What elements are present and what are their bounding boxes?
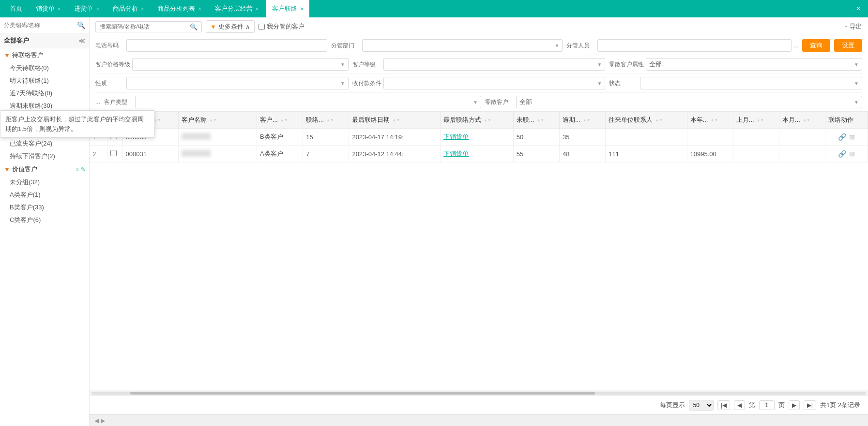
status-select[interactable]: ▼	[640, 77, 862, 89]
horizontal-scrollbar[interactable]	[90, 390, 868, 396]
sort-name-icon[interactable]: ▲▼	[209, 118, 217, 122]
sidebar-collapse-icon[interactable]: ≪	[78, 37, 85, 44]
nav-analysis-close[interactable]: ×	[141, 6, 144, 12]
sort-thismonth-icon[interactable]: ▲▼	[803, 118, 810, 122]
settings-button[interactable]: 设置	[834, 39, 862, 52]
nav-analysis-list-close[interactable]: ×	[198, 6, 201, 12]
sidebar-item-today[interactable]: 今天待联络(0)	[0, 62, 89, 74]
status-label: 状态	[609, 79, 638, 88]
person-more-icon[interactable]: ...	[793, 42, 798, 49]
row2-link-icon[interactable]: 🔗	[838, 150, 846, 158]
sort-contact-icon[interactable]: ▲▼	[326, 118, 334, 122]
nav-sales[interactable]: 销货单×	[30, 0, 66, 17]
sidebar-item-c-class[interactable]: C类客户(6)	[0, 214, 89, 226]
last-page-button[interactable]: ▶|	[804, 400, 816, 410]
th-customer-type[interactable]: 客户... ▲▼	[257, 112, 303, 129]
nav-purchase[interactable]: 进货单×	[68, 0, 105, 17]
nav-purchase-close[interactable]: ×	[96, 6, 99, 12]
bottom-bar-left-arrow[interactable]: ◀	[94, 417, 99, 424]
sidebar-pending-group[interactable]: ▼ 待联络客户	[0, 48, 89, 62]
my-customers-checkbox[interactable]	[259, 24, 265, 30]
th-contact-count[interactable]: 联络... ▲▼	[303, 112, 349, 129]
th-last-month[interactable]: 上月... ▲▼	[733, 112, 779, 129]
last-method-link-2[interactable]: 下销货单	[443, 150, 469, 157]
sort-year-icon[interactable]: ▲▼	[710, 118, 718, 122]
payment-select[interactable]: ▼	[383, 77, 606, 89]
page-input[interactable]	[759, 400, 775, 410]
nav-sales-close[interactable]: ×	[58, 6, 61, 12]
sidebar-value-label: 价值客户	[12, 165, 37, 174]
sidebar-item-tomorrow[interactable]: 明天待联络(1)	[0, 74, 89, 87]
per-page-select[interactable]: 50 20 100	[689, 400, 714, 411]
dept-select[interactable]: ▼	[362, 39, 563, 52]
sidebar-search-icon[interactable]: 🔍	[77, 21, 85, 29]
filter-more-dots[interactable]: ...	[95, 99, 100, 105]
th-contacts[interactable]: 往来单位联系人 ▲▼	[606, 112, 687, 129]
last-method-link-1[interactable]: 下销货单	[443, 133, 469, 140]
sort-date-icon[interactable]: ▲▼	[392, 118, 400, 122]
th-this-year[interactable]: 本年... ▲▼	[687, 112, 733, 129]
gender-select[interactable]: ▼	[126, 77, 349, 89]
customer-level-select[interactable]: ▼	[383, 58, 606, 71]
sort-contacts-icon[interactable]: ▲▼	[655, 118, 663, 122]
nav-customer-segmentation[interactable]: 客户分层经营×	[209, 0, 264, 17]
nav-analysis-list[interactable]: 商品分析列表×	[152, 0, 207, 17]
sidebar-refresh-icon[interactable]: ○	[76, 166, 79, 173]
table-row: 2 000031 A类客户 7 2023-04-12 14:44: 下销货单 5…	[90, 146, 868, 162]
first-page-button[interactable]: |◀	[717, 400, 730, 410]
customer-level-arrow: ▼	[597, 62, 602, 67]
scroll-track[interactable]	[91, 392, 866, 395]
sidebar-edit-icon[interactable]: ✎	[81, 166, 85, 173]
sort-method-icon[interactable]: ▲▼	[484, 118, 491, 122]
nav-segmentation-close[interactable]: ×	[256, 6, 259, 12]
th-this-month[interactable]: 本月... ▲▼	[779, 112, 825, 129]
sidebar-item-7days[interactable]: 近7天待联络(0)	[0, 87, 89, 100]
query-button[interactable]: 查询	[802, 39, 830, 52]
row2-qr-icon[interactable]: ⊞	[849, 150, 855, 158]
export-button[interactable]: ↑ 导出	[845, 22, 863, 31]
th-last-contact-date[interactable]: 最后联络日期 ▲▼	[349, 112, 441, 129]
sidebar-item-declining[interactable]: 持续下滑客户(2)	[0, 150, 89, 162]
sidebar-pending-label: 待联络客户	[12, 51, 44, 59]
price-level-select[interactable]: ▼	[132, 58, 349, 71]
nav-home[interactable]: 首页	[4, 0, 28, 17]
scroll-thumb[interactable]	[130, 392, 595, 395]
sidebar-search-input[interactable]	[4, 22, 77, 29]
row1-qr-icon[interactable]: ⊞	[849, 133, 855, 141]
sidebar-item-lost[interactable]: 已流失客户(24)	[0, 137, 89, 150]
person-input[interactable]	[597, 39, 792, 52]
retail-select[interactable]: 全部 ▼	[516, 96, 862, 108]
sort-nocontact-icon[interactable]: ▲▼	[537, 118, 545, 122]
bottom-bar-right-arrow[interactable]: ▶	[101, 417, 105, 424]
sort-lastmonth-icon[interactable]: ▲▼	[757, 118, 764, 122]
sidebar-item-ungroup[interactable]: 未分组(32)	[0, 176, 89, 189]
prev-page-button[interactable]: ◀	[734, 400, 745, 410]
search-icon[interactable]: 🔍	[190, 23, 198, 30]
td-contacts-1	[606, 129, 687, 146]
table-row: 1 000039 B类客户 15 2023-04-17 14:19: 下销货单 …	[90, 129, 868, 146]
th-overdue[interactable]: 逾期... ▲▼	[560, 112, 606, 129]
next-page-button[interactable]: ▶	[789, 400, 800, 410]
more-conditions-button[interactable]: ▼ 更多条件 ∧	[206, 20, 255, 33]
sort-overdue-icon[interactable]: ▲▼	[583, 118, 591, 122]
nav-customer-contact[interactable]: 客户联络×	[266, 0, 309, 17]
search-input[interactable]	[100, 23, 190, 30]
row2-checkbox[interactable]	[110, 150, 117, 156]
nav-contact-close[interactable]: ×	[300, 6, 303, 12]
toolbar: 🔍 ▼ 更多条件 ∧ 我分管的客户 ↑ 导出	[90, 17, 868, 36]
sidebar-item-b-class[interactable]: B类客户(33)	[0, 201, 89, 214]
sidebar-item-a-class[interactable]: A类客户(1)	[0, 189, 89, 201]
phone-input[interactable]	[126, 39, 327, 52]
sidebar-value-group[interactable]: ▼ 价值客户 ○ ✎	[0, 162, 89, 176]
customer-type-select[interactable]: ▼	[135, 96, 481, 108]
th-no-contact[interactable]: 未联... ▲▼	[513, 112, 559, 129]
sort-type-icon[interactable]: ▲▼	[280, 118, 288, 122]
my-customers-checkbox-label[interactable]: 我分管的客户	[259, 22, 305, 31]
th-last-contact-method[interactable]: 最后联络方式 ▲▼	[441, 112, 514, 129]
row1-link-icon[interactable]: 🔗	[838, 133, 846, 141]
window-close-button[interactable]: ×	[853, 3, 864, 15]
th-name[interactable]: 客户名称 ▲▼	[179, 112, 257, 129]
sidebar-all-customers-header[interactable]: 全部客户 ≪	[0, 33, 89, 48]
nav-analysis[interactable]: 商品分析×	[107, 0, 150, 17]
retail-attr-select[interactable]: 全部 ▼	[646, 58, 862, 71]
